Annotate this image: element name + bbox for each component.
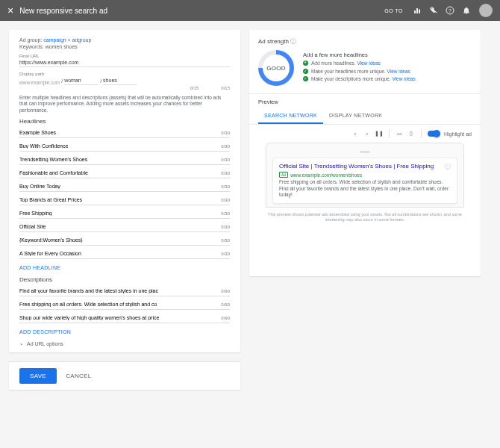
ad-strength-label: Ad strength ⓘ <box>258 37 472 46</box>
campaign-link[interactable]: campaign <box>43 37 66 43</box>
close-icon[interactable]: × <box>7 4 13 16</box>
char-count: 0/30 <box>218 171 230 175</box>
tab-display-network[interactable]: DISPLAY NETWORK <box>323 108 388 124</box>
strength-hint: Make your descriptions more unique. View… <box>303 76 472 82</box>
ad-badge: Ad <box>279 172 288 178</box>
strength-hint: Add more headlines. View ideas <box>303 60 472 66</box>
svg-rect-2 <box>419 10 420 14</box>
headlines-section-label: Headlines <box>19 118 230 125</box>
description-row: 0/90 <box>19 313 230 323</box>
adgroup-meta: Ad group: campaign > adgroup <box>19 37 230 43</box>
char-count: 0/30 <box>218 144 230 149</box>
display-path2-input[interactable] <box>103 76 137 85</box>
char-count: 0/90 <box>218 289 230 293</box>
plus-icon <box>303 60 308 66</box>
prev-arrow-left-icon[interactable]: ‹ <box>351 130 359 137</box>
view-ideas-link[interactable]: View ideas <box>357 60 380 66</box>
view-ideas-link[interactable]: View ideas <box>387 69 410 74</box>
char-count: 0/30 <box>218 131 230 135</box>
description-row: 0/90 <box>19 299 230 310</box>
description-input[interactable] <box>19 313 218 323</box>
headline-row: 0/30 <box>19 141 230 152</box>
keywords-meta: Keywords: women shoes <box>19 44 230 49</box>
description-input[interactable] <box>19 299 218 309</box>
ad-preview-url: www.example.com/women/shoes <box>290 172 362 178</box>
headline-input[interactable] <box>19 208 218 218</box>
ad-preview-card: ⓘ Official Site | Trendsetting Women's S… <box>272 158 457 204</box>
chevron-down-icon: ⌄ <box>19 340 24 346</box>
strength-cta: Add a few more headlines <box>303 52 472 58</box>
preview-tabs: SEARCH NETWORK DISPLAY NETWORK <box>249 108 481 125</box>
page-title: New responsive search ad <box>19 7 107 15</box>
headline-input[interactable] <box>19 155 218 164</box>
final-url-input[interactable] <box>19 58 230 67</box>
tools-icon[interactable] <box>428 5 439 16</box>
svg-rect-0 <box>414 10 416 13</box>
headline-row: 0/30 <box>19 222 230 232</box>
headline-input[interactable] <box>19 235 218 245</box>
display-path-domain: www.example.com <box>19 80 60 85</box>
headline-row: 0/30 <box>19 208 230 219</box>
preview-label: Preview <box>258 99 472 105</box>
goto-button[interactable]: GO TO <box>384 8 403 13</box>
headline-row: 0/30 <box>19 181 230 192</box>
help-icon[interactable]: ? <box>445 5 455 16</box>
char-count: 0/90 <box>218 302 230 307</box>
app-header: × New responsive search ad GO TO ? <box>0 0 500 21</box>
cancel-button[interactable]: CANCEL <box>66 373 91 379</box>
char-count: 0/30 <box>218 158 230 162</box>
desktop-icon[interactable]: ▭ <box>396 130 403 137</box>
ad-strength-card: Ad strength ⓘ GOOD Add a few more headli… <box>249 30 481 276</box>
char-count: 0/30 <box>218 184 230 189</box>
headline-input[interactable] <box>19 222 218 231</box>
ad-preview-description: Free shipping on all orders. Wide select… <box>279 179 451 198</box>
char-count: 0/30 <box>218 238 230 243</box>
description-input[interactable] <box>19 286 218 296</box>
headline-row: 0/30 <box>19 128 230 138</box>
preview-disclaimer: This preview shows potential ads assembl… <box>266 212 464 223</box>
notifications-icon[interactable] <box>461 5 472 16</box>
ad-form-card: Ad group: campaign > adgroup Keywords: w… <box>9 30 240 352</box>
description-row: 0/90 <box>19 286 230 296</box>
headline-row: 0/30 <box>19 235 230 246</box>
adgroup-link[interactable]: adgroup <box>72 37 92 43</box>
char-count: 0/30 <box>218 198 230 202</box>
headline-input[interactable] <box>19 128 218 137</box>
prev-arrow-right-icon[interactable]: › <box>363 130 371 137</box>
headline-input[interactable] <box>19 181 218 191</box>
highlight-toggle[interactable] <box>428 131 440 137</box>
headline-input[interactable] <box>19 249 218 258</box>
char-count: 0/30 <box>218 225 230 229</box>
reports-icon[interactable] <box>412 5 422 16</box>
char-count: 0/30 <box>218 252 230 256</box>
help-text: Enter multiple headlines and description… <box>19 95 230 113</box>
headline-row: 0/30 <box>19 168 230 178</box>
mobile-icon[interactable]: ▯ <box>407 130 415 137</box>
preview-device: ⓘ Official Site | Trendsetting Women's S… <box>266 143 464 208</box>
strength-hint: Make your headlines more unique. View id… <box>303 69 472 75</box>
headline-input[interactable] <box>19 195 218 205</box>
strength-ring: GOOD <box>258 50 294 86</box>
headline-row: 0/30 <box>19 249 230 259</box>
ad-url-options-toggle[interactable]: ⌄ Ad URL options <box>19 340 230 346</box>
add-headline-button[interactable]: ADD HEADLINE <box>19 265 230 270</box>
char-count: 0/30 <box>218 211 230 216</box>
tab-search-network[interactable]: SEARCH NETWORK <box>258 108 323 124</box>
pause-icon[interactable]: ❚❚ <box>375 130 383 137</box>
char-count: 0/90 <box>218 316 230 320</box>
ad-info-icon[interactable]: ⓘ <box>445 163 451 171</box>
headline-row: 0/30 <box>19 155 230 165</box>
ad-preview-title: Official Site | Trendsetting Women's Sho… <box>279 163 451 170</box>
headline-input[interactable] <box>19 141 218 151</box>
avatar[interactable] <box>479 4 493 17</box>
highlight-label: Highlight ad <box>444 131 472 137</box>
descriptions-section-label: Descriptions <box>19 276 230 283</box>
save-button[interactable]: SAVE <box>19 368 57 384</box>
headline-input[interactable] <box>19 168 218 178</box>
svg-text:?: ? <box>449 8 451 13</box>
check-icon <box>303 69 308 74</box>
add-description-button[interactable]: ADD DESCRIPTION <box>19 329 230 335</box>
view-ideas-link[interactable]: View ideas <box>392 76 415 81</box>
display-path1-input[interactable] <box>64 76 99 85</box>
svg-rect-1 <box>416 8 418 13</box>
